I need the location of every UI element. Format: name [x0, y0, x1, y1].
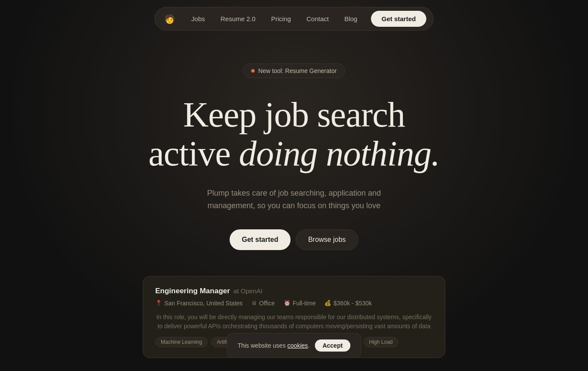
- location-icon: 📍: [155, 300, 162, 306]
- hero-get-started-button[interactable]: Get started: [230, 229, 290, 250]
- job-location: 📍 San Francisco, United States: [155, 300, 243, 307]
- hero-section: New tool: Resume Generator Keep job sear…: [0, 38, 588, 358]
- job-salary: 💰 $360k - $530k: [324, 300, 372, 307]
- cookies-link[interactable]: cookies: [288, 342, 308, 349]
- cookie-banner: This website uses cookies. Accept: [227, 333, 361, 358]
- badge-text: New tool: Resume Generator: [258, 67, 336, 74]
- nav-item-pricing[interactable]: Pricing: [264, 12, 298, 26]
- hero-browse-jobs-button[interactable]: Browse jobs: [296, 229, 358, 250]
- job-meta: 📍 San Francisco, United States 🖥 Office …: [155, 300, 433, 307]
- money-icon: 💰: [324, 300, 331, 306]
- clock-icon: ⏰: [284, 300, 291, 306]
- tag-machine-learning: Machine Learning: [155, 337, 208, 347]
- tag-high-load: High Load: [364, 337, 399, 347]
- hero-buttons: Get started Browse jobs: [230, 229, 358, 250]
- hero-title: Keep job search active doing nothing.: [148, 95, 440, 173]
- job-workplace: 🖥 Office: [251, 300, 275, 307]
- nav-item-contact[interactable]: Contact: [300, 12, 336, 26]
- cookie-text: This website uses cookies.: [237, 342, 310, 349]
- hero-subtitle: Plump takes care of job searching, appli…: [207, 187, 381, 212]
- job-company: at OpenAI: [233, 287, 263, 295]
- cookie-accept-button[interactable]: Accept: [315, 339, 351, 352]
- building-icon: 🖥: [251, 300, 257, 306]
- nav-item-resume[interactable]: Resume 2.0: [214, 12, 262, 26]
- logo-icon: 🧑: [162, 11, 177, 27]
- nav-links: Jobs Resume 2.0 Pricing Contact Blog: [184, 12, 364, 26]
- job-type: ⏰ Full-time: [284, 300, 316, 307]
- navbar: 🧑 Jobs Resume 2.0 Pricing Contact Blog G…: [0, 0, 588, 38]
- job-description: In this role, you will be directly manag…: [155, 313, 433, 331]
- job-card-header: Engineering Manager at OpenAI: [155, 287, 433, 295]
- nav-get-started-button[interactable]: Get started: [371, 11, 426, 27]
- nav-container: 🧑 Jobs Resume 2.0 Pricing Contact Blog G…: [154, 7, 433, 31]
- new-tool-badge[interactable]: New tool: Resume Generator: [243, 63, 345, 78]
- nav-item-blog[interactable]: Blog: [337, 12, 364, 26]
- nav-item-jobs[interactable]: Jobs: [184, 12, 212, 26]
- badge-dot-icon: [251, 69, 255, 73]
- job-title: Engineering Manager: [155, 287, 230, 295]
